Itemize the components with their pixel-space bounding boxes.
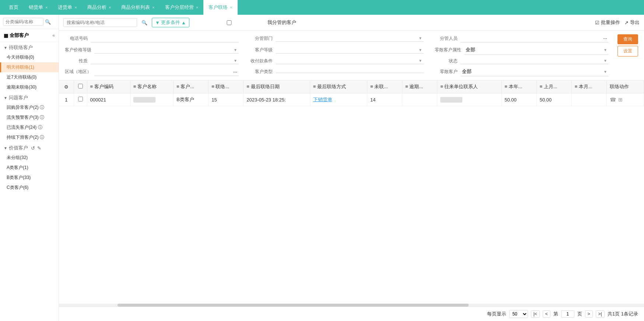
cell-contact-person (437, 93, 501, 106)
settings-button[interactable]: 设置 (617, 46, 638, 56)
page-number-input[interactable] (561, 310, 574, 318)
payment-select[interactable]: ▼ (276, 58, 424, 64)
column-last-contact-date[interactable]: ≡ 最后联络日期 (244, 80, 310, 93)
contact-method-link[interactable]: 下销货单 (313, 97, 332, 102)
sidebar-item-churn-warning[interactable]: 流失预警客户(3) ⓘ (0, 113, 59, 122)
export-button[interactable]: ↗ 导出 (624, 19, 640, 26)
cell-this-month (571, 93, 606, 106)
sidebar-item-declining[interactable]: 持续下滑客户(2) ⓘ (0, 132, 59, 142)
column-not-contacted[interactable]: ≡ 未联... (367, 80, 402, 93)
table-scroll-bar[interactable] (59, 304, 644, 307)
nav-product-analysis-list[interactable]: 商品分析列表 × (116, 0, 160, 15)
retail-attr-select[interactable]: 全部 ▼ (464, 45, 609, 55)
cell-last-contact-date: 2023-05-23 18:25: (244, 93, 310, 106)
nav-home[interactable]: 首页 (4, 0, 24, 15)
total-records-label: 共1页 1条记录 (608, 311, 638, 317)
close-product-analysis-list-icon[interactable]: × (152, 5, 154, 10)
phone-label: 电话号码 (65, 35, 91, 42)
customer-type-select[interactable] (276, 70, 424, 73)
sidebar-all-customers[interactable]: ▦ 全部客户 « (0, 29, 59, 42)
price-level-label: 客户价格等级 (65, 47, 94, 53)
column-customer-name[interactable]: ≡ 客户名称 (130, 80, 173, 93)
dept-select[interactable]: ▼ (276, 35, 424, 42)
close-product-analysis-icon[interactable]: × (109, 5, 111, 10)
query-button[interactable]: 查询 (617, 34, 638, 44)
section-title-waiting: ▼ 待联络客户 (0, 42, 59, 52)
more-filter-button[interactable]: ▼ 更多条件 ▲ (152, 18, 189, 27)
table-row: 1 000021 B类客户 15 2023-05-23 18:25: (59, 93, 644, 106)
column-settings[interactable]: ⚙ (59, 80, 74, 93)
phone-input[interactable] (91, 35, 239, 42)
ellipsis-icon-2: ··· (233, 69, 237, 75)
column-customer-type[interactable]: ≡ 客户... (174, 80, 209, 93)
nav-sales-order[interactable]: 销货单 × (24, 0, 53, 15)
sidebar-item-tomorrow-contact[interactable]: 明天待联络(1) (0, 62, 59, 72)
phone-action-icon[interactable]: ☎ (610, 97, 616, 103)
cell-last-contact-method[interactable]: 下销货单 (310, 93, 367, 106)
next-page-button[interactable]: > (585, 310, 593, 318)
close-purchase-order-icon[interactable]: × (74, 5, 77, 10)
cell-not-contacted: 14 (367, 93, 402, 106)
filter-cell-status: 状态 ▼ (435, 58, 609, 64)
sidebar-item-repurchase-abnormal[interactable]: 回购异常客户(2) ⓘ (0, 103, 59, 113)
my-customers-checkbox-label[interactable]: 我分管的客户 (192, 19, 296, 26)
column-this-month[interactable]: ≡ 本月... (571, 80, 606, 93)
edit-icon[interactable]: ✎ (37, 145, 41, 151)
chevron-down-icon-6: ▼ (419, 59, 422, 63)
cell-checkbox[interactable] (74, 93, 87, 106)
nav-product-analysis[interactable]: 商品分析 × (82, 0, 116, 15)
batch-op-button[interactable]: ☑ 批量操作 (595, 19, 620, 26)
column-last-contact-method[interactable]: ≡ 最后联络方式 (310, 80, 367, 93)
status-select[interactable]: ▼ (461, 58, 609, 64)
action-icons: ☎ ⊞ (610, 97, 641, 103)
sidebar-item-class-c[interactable]: C类客户(6) (0, 183, 59, 193)
sidebar-item-ungrouped[interactable]: 未分组(32) (0, 153, 59, 163)
main-layout: 🔍 ▦ 全部客户 « ▼ 待联络客户 今天待联络(0) 明天待联络(1) 近7天… (0, 15, 644, 321)
retail-customer-select[interactable]: 全部 ▼ (461, 67, 609, 76)
page-size-select[interactable]: 50 100 200 (509, 310, 528, 318)
column-customer-code[interactable]: ≡ 客户编码 (87, 80, 130, 93)
chevron-down-icon-7: ▼ (603, 59, 607, 63)
close-customer-tier-icon[interactable]: × (196, 5, 198, 10)
region-label: 区域（地区） (65, 69, 94, 75)
close-sales-order-icon[interactable]: × (45, 5, 48, 10)
region-select[interactable]: ··· (94, 68, 239, 76)
prev-page-button[interactable]: < (543, 310, 550, 318)
sidebar-collapse-icon[interactable]: « (52, 33, 55, 38)
chevron-down-icon-8: ▼ (603, 70, 607, 74)
column-this-year[interactable]: ≡ 本年... (501, 80, 536, 93)
column-last-month[interactable]: ≡ 上月... (536, 80, 571, 93)
cell-code: 000021 (87, 93, 130, 106)
refresh-icon[interactable]: ↺ (31, 145, 35, 151)
select-all-checkbox[interactable] (78, 84, 83, 89)
close-customer-contact-icon[interactable]: × (230, 5, 232, 10)
nav-customer-contact[interactable]: 客户联络 × (203, 0, 237, 15)
customer-level-label: 客户等级 (250, 47, 276, 53)
qr-action-icon[interactable]: ⊞ (618, 97, 623, 103)
sidebar-item-class-b[interactable]: B类客户(33) (0, 173, 59, 183)
price-level-select[interactable]: ▼ (94, 47, 239, 54)
column-contact[interactable]: ≡ 联络... (209, 80, 244, 93)
status-label: 状态 (435, 58, 461, 64)
nav-customer-tier[interactable]: 客户分层经营 × (160, 0, 203, 15)
my-customers-checkbox[interactable] (192, 20, 266, 25)
column-contact-person[interactable]: ≡ 往来单位联系人 (437, 80, 501, 93)
customer-level-select[interactable]: ▼ (276, 47, 424, 54)
nav-purchase-order[interactable]: 进货单 × (53, 0, 82, 15)
search-input[interactable] (63, 18, 137, 27)
sidebar-item-overdue-contact[interactable]: 逾期未联络(30) (0, 82, 59, 92)
nature-select[interactable]: ▼ (91, 58, 239, 64)
person-label: 分管人员 (435, 35, 461, 42)
person-select[interactable]: ··· (461, 34, 609, 42)
sidebar-item-7day-contact[interactable]: 近7天待联络(0) (0, 72, 59, 82)
sidebar-item-churned[interactable]: 已流失客户(24) ⓘ (0, 122, 59, 132)
sidebar-search-icon[interactable]: 🔍 (45, 19, 51, 25)
search-button-icon[interactable]: 🔍 (140, 18, 149, 27)
last-page-button[interactable]: >| (596, 310, 605, 318)
row-checkbox[interactable] (78, 97, 83, 101)
first-page-button[interactable]: |< (531, 310, 540, 318)
column-overdue[interactable]: ≡ 逾期... (402, 80, 437, 93)
sidebar-item-today-contact[interactable]: 今天待联络(0) (0, 52, 59, 62)
sidebar-search-input[interactable] (3, 18, 43, 26)
sidebar-item-class-a[interactable]: A类客户(1) (0, 163, 59, 173)
